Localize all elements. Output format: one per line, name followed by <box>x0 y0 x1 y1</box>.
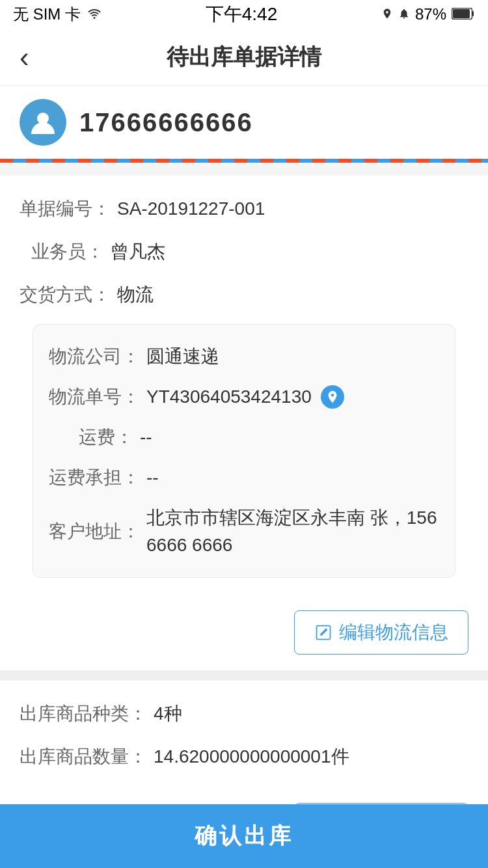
goods-type-label: 出库商品种类： <box>20 700 154 727</box>
order-no-label: 单据编号： <box>20 195 117 223</box>
status-right: 87% <box>381 5 475 23</box>
wifi-icon <box>87 6 102 23</box>
tracking-no-label: 物流单号： <box>49 385 146 409</box>
time-display: 下午4:42 <box>206 2 278 27</box>
order-info-section: 单据编号： SA-20191227-001 业务员： 曾凡杰 交货方式： 物流 … <box>0 176 488 597</box>
back-button[interactable]: ‹ <box>20 43 29 72</box>
delivery-method-value: 物流 <box>117 281 468 308</box>
order-no-value: SA-20191227-001 <box>117 195 468 223</box>
freight-row: 运费： -- <box>49 424 439 451</box>
confirm-button[interactable]: 确认出库 <box>195 823 293 848</box>
tracking-no-row: 物流单号： YT43064053424130 <box>49 383 439 411</box>
carrier-label: 无 SIM 卡 <box>13 4 81 25</box>
dashed-divider <box>0 159 488 163</box>
edit-logistics-label: 编辑物流信息 <box>339 620 448 645</box>
status-left: 无 SIM 卡 <box>13 4 102 25</box>
edit-logistics-button[interactable]: 编辑物流信息 <box>294 610 468 655</box>
logistics-company-value: 圆通速递 <box>146 343 439 370</box>
goods-quantity-value: 14.620000000000001件 <box>154 743 468 770</box>
address-row: 客户地址： 北京市市辖区海淀区永丰南 张，156 6666 6666 <box>49 504 439 559</box>
customer-phone: 17666666666 <box>79 108 253 137</box>
nav-bar: ‹ 待出库单据详情 <box>0 29 488 86</box>
logistics-card: 物流公司： 圆通速递 物流单号： YT43064053424130 运费： --… <box>33 324 455 578</box>
order-no-row: 单据编号： SA-20191227-001 <box>20 195 468 223</box>
battery-label: 87% <box>415 5 446 23</box>
address-value: 北京市市辖区海淀区永丰南 张，156 6666 6666 <box>146 504 439 559</box>
freight-value: -- <box>140 424 439 451</box>
goods-quantity-row: 出库商品数量： 14.620000000000001件 <box>20 743 468 770</box>
section-divider <box>0 670 488 681</box>
freight-bearer-label: 运费承担： <box>49 465 146 490</box>
alarm-icon <box>398 5 410 23</box>
edit-btn-row: 编辑物流信息 <box>0 597 488 670</box>
freight-bearer-row: 运费承担： -- <box>49 464 439 491</box>
logistics-company-label: 物流公司： <box>49 344 146 369</box>
battery-icon <box>452 5 475 23</box>
goods-type-row: 出库商品种类： 4种 <box>20 700 468 727</box>
goods-section: 出库商品种类： 4种 出库商品数量： 14.620000000000001件 <box>0 681 488 790</box>
logistics-company-row: 物流公司： 圆通速递 <box>49 343 439 370</box>
goods-quantity-label: 出库商品数量： <box>20 743 154 770</box>
salesperson-value: 曾凡杰 <box>111 238 468 265</box>
tracking-no-text: YT43064053424130 <box>146 383 312 411</box>
location-pin-button[interactable] <box>321 385 344 409</box>
freight-bearer-value: -- <box>146 464 439 491</box>
confirm-btn-wrap[interactable]: 确认出库 <box>0 804 488 868</box>
freight-label: 运费： <box>49 425 140 450</box>
page-title: 待出库单据详情 <box>167 42 321 72</box>
tracking-no-value: YT43064053424130 <box>146 383 439 411</box>
svg-rect-1 <box>453 9 470 18</box>
delivery-method-row: 交货方式： 物流 <box>20 281 468 308</box>
salesperson-row: 业务员： 曾凡杰 <box>20 238 468 265</box>
goods-type-value: 4种 <box>154 700 468 727</box>
status-bar: 无 SIM 卡 下午4:42 87% <box>0 0 488 29</box>
delivery-method-label: 交货方式： <box>20 281 117 308</box>
address-label: 客户地址： <box>49 519 146 544</box>
customer-header: 17666666666 <box>0 86 488 159</box>
avatar <box>20 99 66 146</box>
salesperson-label: 业务员： <box>20 238 111 265</box>
gps-icon <box>381 5 393 23</box>
